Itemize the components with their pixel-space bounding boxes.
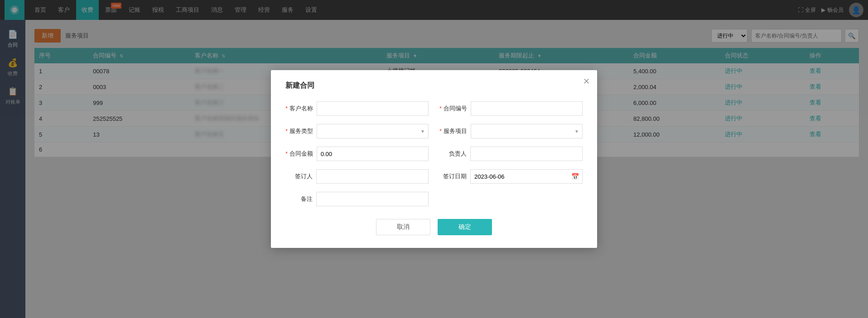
contract-number-input[interactable] bbox=[471, 101, 583, 116]
field-signatory: 签订人 bbox=[285, 169, 429, 184]
field-contract-amount: 合同金额 0.00 bbox=[285, 147, 429, 161]
sign-date-wrapper bbox=[470, 169, 583, 184]
contract-number-label: 合同编号 bbox=[439, 104, 467, 113]
sign-date-label: 签订日期 bbox=[439, 172, 467, 180]
service-type-wrapper bbox=[317, 124, 429, 138]
form-row-4: 签订人 签订日期 bbox=[285, 169, 583, 184]
service-type-label: 服务类型 bbox=[285, 127, 313, 135]
modal-footer: 取消 确定 bbox=[285, 219, 583, 235]
responsible-person-label: 负责人 bbox=[439, 150, 467, 158]
responsible-person-input[interactable] bbox=[470, 147, 583, 161]
new-contract-modal: ✕ 新建合同 客户名称 合同编号 服务类型 bbox=[271, 70, 597, 248]
form-row-3: 合同金额 0.00 负责人 bbox=[285, 147, 583, 161]
modal-close-button[interactable]: ✕ bbox=[583, 77, 590, 85]
confirm-button[interactable]: 确定 bbox=[438, 219, 492, 235]
field-contract-number: 合同编号 bbox=[439, 101, 583, 116]
form-row-1: 客户名称 合同编号 bbox=[285, 101, 583, 116]
form-row-5: 备注 bbox=[285, 192, 583, 206]
field-customer-name: 客户名称 bbox=[285, 101, 429, 116]
field-remark: 备注 bbox=[285, 192, 429, 206]
remark-label: 备注 bbox=[285, 195, 313, 203]
service-item-select[interactable] bbox=[471, 124, 583, 138]
customer-name-label: 客户名称 bbox=[285, 104, 313, 113]
contract-amount-label: 合同金额 bbox=[285, 150, 313, 158]
contract-amount-input[interactable]: 0.00 bbox=[317, 147, 429, 161]
cancel-button[interactable]: 取消 bbox=[376, 219, 430, 235]
signatory-input[interactable] bbox=[316, 169, 429, 184]
customer-name-input[interactable] bbox=[317, 101, 429, 116]
service-type-select[interactable] bbox=[317, 124, 429, 138]
sign-date-input[interactable] bbox=[470, 169, 583, 184]
remark-input[interactable] bbox=[316, 192, 429, 206]
field-sign-date: 签订日期 bbox=[439, 169, 583, 184]
service-item-wrapper bbox=[471, 124, 583, 138]
modal-title: 新建合同 bbox=[285, 81, 583, 90]
field-service-type: 服务类型 bbox=[285, 124, 429, 138]
modal-overlay: ✕ 新建合同 客户名称 合同编号 服务类型 bbox=[0, 0, 868, 318]
field-service-item: 服务项目 bbox=[439, 124, 583, 138]
form-row-2: 服务类型 服务项目 bbox=[285, 124, 583, 138]
service-item-label: 服务项目 bbox=[439, 127, 467, 135]
field-responsible-person: 负责人 bbox=[439, 147, 583, 161]
signatory-label: 签订人 bbox=[285, 172, 313, 180]
